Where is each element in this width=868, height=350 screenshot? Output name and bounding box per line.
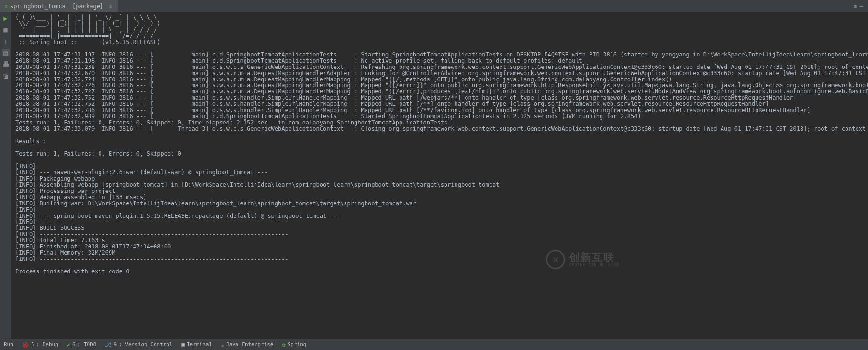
watermark-logo: ✕ — [546, 250, 565, 269]
bottom-debug[interactable]: 🐞 5 : Debug — [22, 341, 58, 348]
bottom-version-control[interactable]: ⎇ 9 : Version Control — [105, 341, 172, 348]
terminal-icon: ▣ — [181, 341, 185, 348]
spring-icon: ✿ — [282, 341, 285, 348]
watermark-sub: CHUANG XIN HU LIAN — [569, 263, 619, 268]
main-area: ▶ ■ ↓ ▤ 🖶 🗑 ( ( )\___ | '_ | '_| | '_ \/… — [0, 12, 868, 339]
tab-label: springboot_tomcat [package] — [10, 3, 103, 10]
bottom-run[interactable]: Run — [4, 341, 13, 348]
bottom-java-enterprise[interactable]: ☕ Java Enterprise — [221, 341, 274, 348]
javaee-label: Java Enterprise — [226, 341, 273, 348]
close-icon[interactable]: × — [109, 2, 112, 10]
todo-label: : TODO — [78, 341, 97, 348]
bottom-run-label: Run — [4, 341, 13, 348]
bottom-spring[interactable]: ✿ Spring — [282, 341, 306, 348]
java-icon: ☕ — [221, 341, 224, 348]
stop-icon[interactable]: ■ — [2, 26, 10, 34]
spring-label: Spring — [288, 341, 307, 348]
bug-icon: 🐞 — [22, 341, 29, 348]
bottom-bar: Run 🐞 5 : Debug ✔ 6 : TODO ⎇ 9 : Version… — [0, 339, 868, 350]
vc-num: 9 — [113, 341, 117, 348]
branch-icon: ⎇ — [105, 341, 111, 348]
check-icon: ✔ — [67, 341, 70, 348]
delete-icon[interactable]: 🗑 — [2, 72, 10, 79]
console-output[interactable]: ( ( )\___ | '_ | '_| | '_ \/ _` | \ \ \ … — [11, 12, 868, 339]
bottom-todo[interactable]: ✔ 6 : TODO — [67, 341, 97, 348]
tab-bar-actions: ⚙ — — [854, 3, 868, 10]
vc-label: : Version Control — [119, 341, 173, 348]
debug-label: : Debug — [36, 341, 58, 348]
debug-num: 5 — [31, 341, 34, 348]
watermark: ✕创新互联CHUANG XIN HU LIAN — [546, 250, 619, 269]
run-icon: ⚙ — [5, 3, 8, 9]
run-tab[interactable]: ⚙ springboot_tomcat [package] × — [0, 0, 118, 12]
rerun-icon[interactable]: ▶ — [2, 14, 10, 22]
terminal-label: Terminal — [187, 341, 212, 348]
console-text: ( ( )\___ | '_ | '_| | '_ \/ _` | \ \ \ … — [15, 14, 868, 275]
tab-bar: ⚙ springboot_tomcat [package] × ⚙ — — [0, 0, 868, 12]
print-icon[interactable]: 🖶 — [2, 60, 10, 68]
todo-num: 6 — [72, 341, 76, 348]
toggle-output-icon[interactable]: ▤ — [2, 49, 10, 56]
watermark-text: 创新互联 — [569, 251, 615, 263]
bottom-terminal[interactable]: ▣ Terminal — [181, 341, 212, 348]
gear-icon[interactable]: ⚙ — [854, 3, 857, 10]
left-gutter: ▶ ■ ↓ ▤ 🖶 🗑 — [0, 12, 11, 339]
minimize-icon[interactable]: — — [860, 3, 863, 10]
down-icon[interactable]: ↓ — [2, 37, 10, 45]
